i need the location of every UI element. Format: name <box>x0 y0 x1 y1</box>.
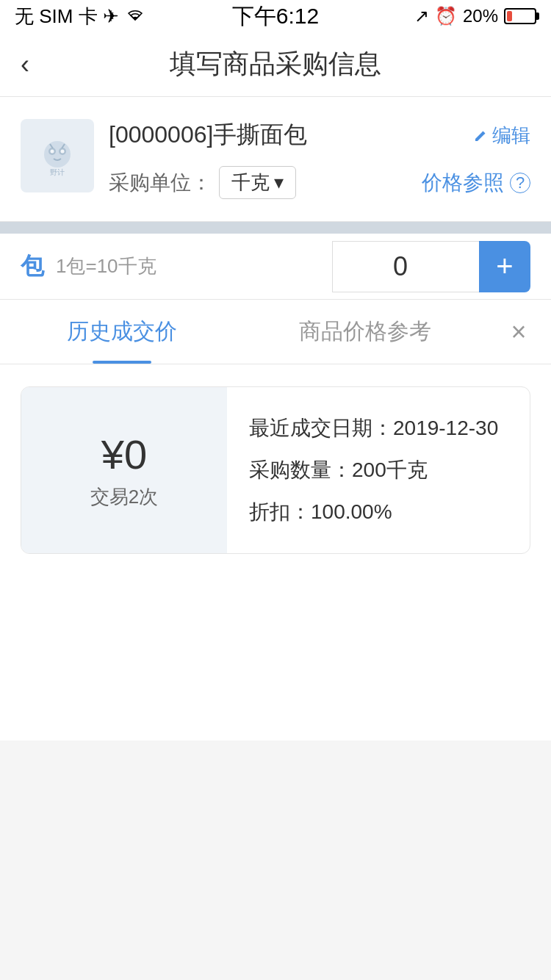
tab-product-price-ref[interactable]: 商品价格参考 <box>243 300 486 364</box>
back-button[interactable]: ‹ <box>21 49 29 80</box>
unit-conversion: 1包=10千克 <box>56 253 156 279</box>
price-ref-button[interactable]: 价格参照 ? <box>422 169 530 197</box>
recent-date-label: 最近成交日期： <box>249 417 393 439</box>
quantity-input-area: + <box>332 241 530 292</box>
quantity-unit-info: 包 1包=10千克 <box>21 251 156 283</box>
edit-button[interactable]: 编辑 <box>473 123 530 148</box>
svg-point-3 <box>51 150 54 154</box>
section-divider <box>0 222 551 234</box>
quantity-plus-button[interactable]: + <box>479 241 530 292</box>
quantity-row: 包 1包=10千克 + <box>0 234 551 300</box>
quantity-label: 采购数量： <box>249 458 352 481</box>
wifi-icon <box>125 5 145 28</box>
status-time: 下午6:12 <box>232 1 319 32</box>
recent-date-row: 最近成交日期：2019-12-30 <box>249 414 508 442</box>
tab-underline <box>93 361 151 364</box>
tab-product-price-ref-label: 商品价格参考 <box>299 317 431 347</box>
unit-select[interactable]: 千克 ▾ <box>219 166 296 199</box>
status-bar: 无 SIM 卡 ✈ 下午6:12 ↗ ⏰ 20% <box>0 0 551 32</box>
battery-percent: 20% <box>463 6 498 26</box>
close-icon: × <box>511 317 526 347</box>
product-card: 野计 [0000006]手撕面包 编辑 采购单位： 千克 ▾ 价格参照 ? <box>0 97 551 222</box>
discount-row: 折扣：100.00% <box>249 497 508 526</box>
price-summary: ¥0 交易2次 <box>21 387 227 553</box>
discount-value: 100.00% <box>311 500 392 523</box>
product-info: [0000006]手撕面包 编辑 采购单位： 千克 ▾ 价格参照 ? <box>109 119 530 199</box>
main-content: 历史成交价 商品价格参考 × ¥0 交易2次 最近成交日期：2019-12-30… <box>0 300 551 741</box>
status-right: ↗ ⏰ 20% <box>414 6 536 26</box>
product-name: [0000006]手撕面包 <box>109 119 307 151</box>
product-unit-row: 采购单位： 千克 ▾ 价格参照 ? <box>109 166 530 199</box>
tab-history-price-label: 历史成交价 <box>67 317 177 347</box>
alarm-icon: ⏰ <box>435 6 457 26</box>
product-image: 野计 <box>21 119 94 192</box>
discount-label: 折扣： <box>249 500 311 523</box>
svg-text:野计: 野计 <box>50 168 65 176</box>
sim-status: 无 SIM 卡 ✈ <box>15 4 119 29</box>
price-card: ¥0 交易2次 最近成交日期：2019-12-30 采购数量：200千克 折扣：… <box>21 386 530 554</box>
quantity-detail-value: 200千克 <box>352 458 428 481</box>
svg-point-4 <box>61 150 65 154</box>
quantity-row-detail: 采购数量：200千克 <box>249 455 508 484</box>
price-transactions: 交易2次 <box>90 484 158 510</box>
svg-point-0 <box>44 141 71 167</box>
nav-bar: ‹ 填写商品采购信息 <box>0 32 551 97</box>
unit-label: 采购单位： 千克 ▾ <box>109 166 296 199</box>
tab-history-price[interactable]: 历史成交价 <box>0 300 243 364</box>
page-title: 填写商品采购信息 <box>170 46 381 82</box>
price-details: 最近成交日期：2019-12-30 采购数量：200千克 折扣：100.00% <box>227 387 530 553</box>
recent-date-value: 2019-12-30 <box>393 417 498 439</box>
help-icon: ? <box>510 173 530 193</box>
status-left: 无 SIM 卡 ✈ <box>15 4 145 29</box>
price-amount: ¥0 <box>101 430 147 478</box>
dropdown-icon: ▾ <box>274 171 284 194</box>
price-history-content: ¥0 交易2次 最近成交日期：2019-12-30 采购数量：200千克 折扣：… <box>0 364 551 576</box>
back-icon: ‹ <box>21 49 29 79</box>
quantity-input[interactable] <box>332 241 479 292</box>
quantity-unit-icon: 包 <box>21 251 44 283</box>
tab-close-button[interactable]: × <box>486 300 551 364</box>
product-name-row: [0000006]手撕面包 编辑 <box>109 119 530 151</box>
location-icon: ↗ <box>414 6 429 26</box>
battery-icon <box>504 8 536 24</box>
tab-bar: 历史成交价 商品价格参考 × <box>0 300 551 364</box>
